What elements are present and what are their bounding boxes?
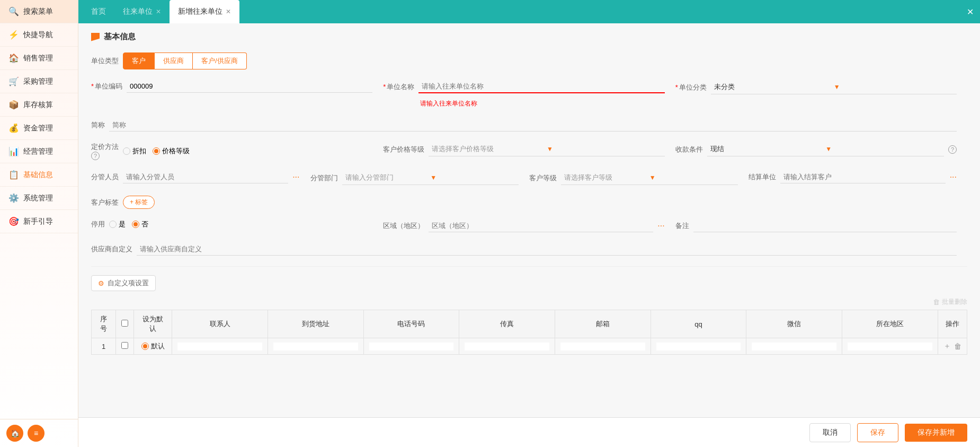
email-cell (555, 338, 651, 355)
wechat-input[interactable] (752, 343, 836, 350)
address-input[interactable] (273, 343, 358, 350)
delete-row-icon[interactable]: 🗑 (954, 342, 961, 350)
guide-icon: 🎯 (8, 216, 19, 226)
sidebar-item-inventory[interactable]: 📦 库存核算 (0, 93, 78, 117)
type-btn-both[interactable]: 客户/供应商 (193, 52, 247, 69)
pricing-discount-radio[interactable]: 折扣 (123, 146, 146, 156)
region-label: 区域（地区） (383, 221, 424, 231)
type-btn-supplier[interactable]: 供应商 (155, 52, 193, 69)
customer-level-select[interactable]: 请选择客户等级 ▼ (561, 171, 738, 185)
qq-cell (651, 338, 746, 355)
contact-cell (172, 338, 268, 355)
manager-more-btn[interactable]: ··· (292, 172, 299, 182)
discount-radio-circle (123, 147, 130, 155)
sidebar-bottom: 🏠 ≡ (0, 419, 78, 447)
customer-price-select[interactable]: 请选择客户价格等级 ▼ (429, 142, 664, 156)
th-checkbox (116, 310, 134, 338)
settlement-input[interactable] (780, 171, 946, 183)
category-arrow-icon: ▼ (834, 83, 954, 91)
settlement-label: 结算单位 (749, 172, 776, 182)
region-more-btn[interactable]: ··· (657, 221, 664, 231)
batch-delete-icon: 🗑 (933, 298, 940, 306)
select-all-checkbox[interactable] (121, 320, 128, 327)
sidebar-item-finance[interactable]: 💰 资金管理 (0, 117, 78, 140)
supplier-custom-input[interactable] (137, 243, 957, 256)
add-row-icon[interactable]: ＋ (943, 341, 951, 351)
tab-home[interactable]: 首页 (83, 0, 114, 23)
remark-label: 备注 (675, 221, 689, 231)
batch-delete-label[interactable]: 批量删除 (942, 297, 967, 306)
checkbox-cell (116, 338, 134, 355)
tab-new-partner-close[interactable]: ✕ (226, 8, 231, 15)
customer-level-label: 客户等级 (529, 173, 557, 183)
abbr-field: 简称 (91, 119, 967, 132)
search-icon: 🔍 (8, 6, 19, 16)
pricing-radio-group: 折扣 价格等级 (123, 146, 190, 156)
row-checkbox[interactable] (121, 342, 128, 349)
settlement-field: 结算单位 ··· (749, 171, 968, 183)
tab-partners[interactable]: 往来单位 ✕ (114, 0, 170, 23)
settlement-more-btn[interactable]: ··· (950, 172, 957, 182)
disabled-no-radio[interactable]: 否 (132, 220, 148, 229)
action-cell: ＋ 🗑 (938, 338, 967, 355)
unit-type-field: 单位类型 客户 供应商 客户/供应商 (91, 52, 967, 69)
tab-new-partner[interactable]: 新增往来单位 ✕ (170, 0, 239, 23)
dept-select[interactable]: 请输入分管部门 ▼ (342, 171, 519, 185)
inventory-icon: 📦 (8, 100, 19, 110)
unit-code-input[interactable] (127, 80, 372, 93)
th-seq: 序号 (92, 310, 116, 338)
manager-field: 分管人员 ··· (91, 171, 310, 183)
fax-input[interactable] (465, 343, 549, 350)
batch-delete-area: 🗑 批量删除 (91, 297, 967, 306)
qq-input[interactable] (656, 343, 741, 350)
contact-input[interactable] (177, 343, 262, 350)
manager-input[interactable] (123, 171, 288, 183)
sidebar-item-guide[interactable]: 🎯 新手引导 (0, 210, 78, 233)
region-input[interactable] (429, 220, 653, 232)
custom-settings-button[interactable]: ⚙ 自定义项设置 (91, 275, 156, 291)
manager-row: 分管人员 ··· 分管部门 请输入分管部门 ▼ 客户等级 请选择客户等级 ▼ 结… (91, 171, 967, 185)
tab-bar: 首页 往来单位 ✕ 新增往来单位 ✕ ✕ (78, 0, 980, 23)
add-tag-button[interactable]: + 标签 (123, 196, 155, 209)
unit-category-select[interactable]: 未分类 ▼ (711, 80, 957, 94)
sidebar-home-btn[interactable]: 🏠 (6, 425, 23, 442)
payment-arrow-icon: ▼ (825, 145, 941, 153)
flag-icon (91, 33, 100, 41)
phone-input[interactable] (369, 343, 454, 350)
disabled-yes-radio[interactable]: 是 (109, 220, 126, 229)
cancel-button[interactable]: 取消 (809, 423, 851, 442)
dept-arrow-icon: ▼ (430, 174, 515, 181)
sidebar-menu-btn[interactable]: ≡ (28, 425, 44, 442)
type-btn-customer[interactable]: 客户 (123, 52, 155, 69)
sidebar-item-sales[interactable]: 🏠 销售管理 (0, 47, 78, 70)
sidebar-item-search[interactable]: 🔍 搜索菜单 (0, 0, 78, 23)
customer-price-label: 客户价格等级 (383, 145, 424, 154)
remark-input[interactable] (693, 220, 957, 232)
region-cell-input[interactable] (848, 343, 932, 350)
disabled-field: 停用 是 否 (91, 220, 383, 229)
save-add-button[interactable]: 保存并新增 (905, 424, 967, 442)
th-default: 设为默认 (134, 310, 172, 338)
tag-field: 客户标签 + 标签 (91, 196, 967, 209)
save-button[interactable]: 保存 (857, 423, 898, 442)
sidebar-item-purchase[interactable]: 🛒 采购管理 (0, 70, 78, 93)
default-radio[interactable]: 默认 (139, 341, 166, 351)
email-input[interactable] (560, 343, 645, 350)
sidebar-item-system[interactable]: ⚙️ 系统管理 (0, 187, 78, 210)
sales-icon: 🏠 (8, 53, 19, 63)
tab-partners-close[interactable]: ✕ (156, 8, 161, 15)
payment-info-icon[interactable]: ? (948, 145, 957, 154)
sidebar-item-basic[interactable]: 📋 基础信息 (0, 163, 78, 187)
sidebar-item-quicknav[interactable]: ⚡ 快捷导航 (0, 23, 78, 47)
th-qq: qq (651, 310, 746, 338)
section-header: 基本信息 (91, 32, 967, 42)
default-cell: 默认 (134, 338, 172, 355)
sidebar-item-operations[interactable]: 📊 经营管理 (0, 140, 78, 163)
window-close-button[interactable]: ✕ (967, 7, 974, 17)
pricing-level-radio[interactable]: 价格等级 (153, 146, 190, 156)
abbr-input[interactable] (109, 119, 957, 132)
payment-select[interactable]: 现结 ▼ (707, 142, 944, 156)
unit-name-input[interactable] (418, 80, 664, 93)
pricing-info-icon[interactable]: ? (91, 152, 100, 160)
code-name-category-row: *单位编码 *单位名称 请输入往来单位名称 *单位分类 未分类 ▼ (91, 80, 967, 108)
